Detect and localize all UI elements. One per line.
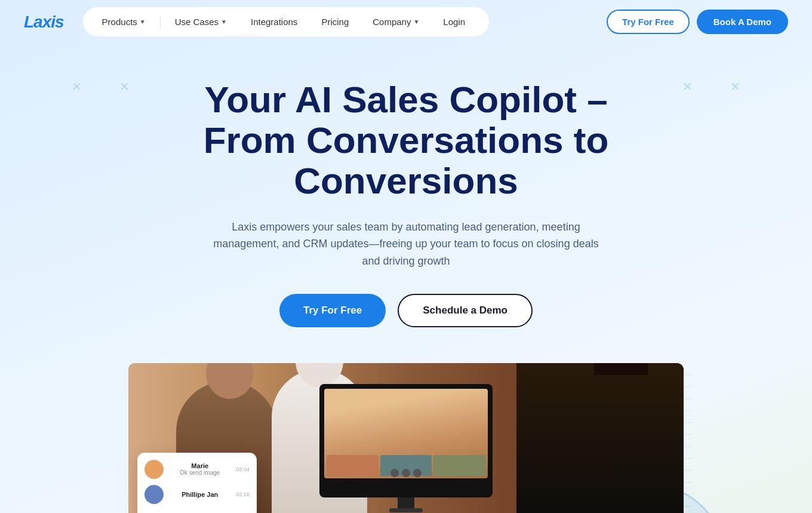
ctrl-share: [413, 469, 422, 477]
chevron-down-icon-3: ▼: [413, 19, 419, 25]
chat-item-2: Phillipe Jan 02:16: [144, 485, 250, 504]
cross-decor-2: ✕: [119, 79, 130, 94]
nav-separator-1: [160, 16, 161, 28]
chat-time-2: 02:16: [236, 492, 250, 497]
thumb-3: [433, 455, 485, 476]
nav-label-pricing: Pricing: [321, 17, 349, 27]
nav-label-use-cases: Use Cases: [175, 17, 219, 27]
nav-item-company[interactable]: Company ▼: [363, 12, 429, 32]
thumb-1: [327, 455, 379, 476]
monitor-frame: [319, 384, 493, 497]
nav-label-integrations: Integrations: [251, 17, 297, 27]
book-demo-button[interactable]: Book A Demo: [697, 10, 788, 34]
chat-name-1: Marie: [168, 462, 231, 469]
chat-item-1: Marie Ok send image 03:04: [144, 460, 250, 479]
hero-subtext: Laxis empowers your sales team by automa…: [203, 219, 609, 270]
cross-decor-3: ✕: [730, 79, 740, 94]
nav-item-login[interactable]: Login: [433, 12, 475, 32]
chevron-down-icon: ▼: [140, 19, 146, 25]
monitor-screen: [324, 389, 488, 478]
nav-label-company: Company: [373, 17, 411, 27]
navbar: Laxis Products ▼ Use Cases ▼ Integration…: [0, 0, 812, 44]
hero-image-area: Marie Ok send image 03:04 Phillipe Jan 0…: [119, 363, 693, 513]
nav-label-login: Login: [443, 17, 465, 27]
hero-headline-line1: Your AI Sales Copilot –: [204, 79, 607, 120]
cross-decor-4: ✕: [682, 79, 693, 94]
try-for-free-button[interactable]: Try For Free: [607, 10, 690, 34]
chat-name-2: Phillipe Jan: [168, 491, 231, 498]
chat-msg-1: Ok send image: [168, 469, 231, 476]
monitor-controls-row: [390, 469, 422, 477]
nav-item-integrations[interactable]: Integrations: [241, 12, 307, 32]
nav-pills: Products ▼ Use Cases ▼ Integrations Pric…: [83, 7, 489, 36]
monitor-base: [389, 508, 423, 512]
ctrl-mic: [390, 469, 399, 477]
chat-time-1: 03:04: [236, 466, 250, 472]
nav-item-products[interactable]: Products ▼: [93, 12, 155, 32]
nav-item-use-cases[interactable]: Use Cases ▼: [165, 12, 236, 32]
nav-right: Try For Free Book A Demo: [607, 10, 788, 34]
logo[interactable]: Laxis: [24, 13, 64, 32]
hero-buttons: Try For Free Schedule a Demo: [24, 294, 788, 327]
hero-try-free-button[interactable]: Try For Free: [279, 294, 386, 327]
chat-overlay: Marie Ok send image 03:04 Phillipe Jan 0…: [137, 453, 257, 513]
nav-label-products: Products: [102, 17, 137, 27]
hero-headline-line2: From Conversations to Conversions: [204, 119, 609, 201]
hero-section: ✕ ✕ ✕ ✕ Your AI Sales Copilot – From Con…: [0, 44, 812, 513]
chevron-down-icon-2: ▼: [221, 19, 227, 25]
chat-content-1: Marie Ok send image: [168, 462, 231, 476]
monitor-stand: [398, 497, 414, 508]
cross-decor-1: ✕: [72, 79, 82, 94]
nav-item-pricing[interactable]: Pricing: [312, 12, 358, 32]
chat-content-2: Phillipe Jan: [168, 491, 231, 498]
hero-headline: Your AI Sales Copilot – From Conversatio…: [137, 79, 675, 202]
chat-avatar-1: [144, 460, 164, 479]
monitor-area: [319, 384, 493, 512]
chat-avatar-2: [144, 485, 164, 504]
ctrl-cam: [402, 469, 410, 477]
hero-schedule-demo-button[interactable]: Schedule a Demo: [398, 294, 533, 327]
person-right: [516, 363, 684, 513]
